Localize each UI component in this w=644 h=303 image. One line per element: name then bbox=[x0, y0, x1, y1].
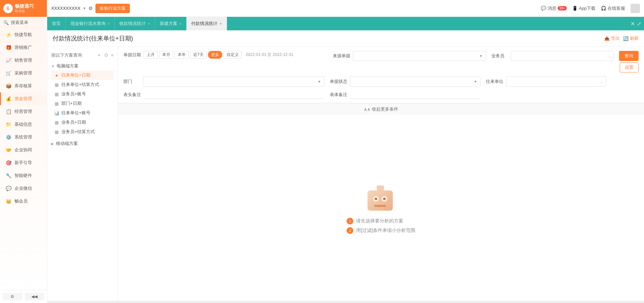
search-menu-item[interactable]: 🔍 搜索菜单 bbox=[0, 17, 47, 28]
collapse-sidebar-btn[interactable]: ◀◀ bbox=[25, 293, 45, 300]
scheme-item-staff-account[interactable]: ▦ 业务员+账号 bbox=[51, 89, 114, 99]
date-btn-custom[interactable]: 自定义 bbox=[224, 51, 242, 59]
scheme-item-staff-settle[interactable]: ▦ 业务员+结算方式 bbox=[51, 127, 114, 137]
sidebar-item-wechat[interactable]: 💬 企业微信 bbox=[0, 182, 47, 195]
sidebar-item-label-marketing: 营销推广 bbox=[14, 44, 32, 51]
tab-cash-flow[interactable]: 现金银行流水查询 × bbox=[66, 17, 115, 30]
scheme-group-desktop-header[interactable]: ▼ 电脑端方案 bbox=[51, 62, 114, 70]
empty-illustration bbox=[364, 182, 398, 212]
date-btn-7days[interactable]: 近7天 bbox=[190, 51, 207, 59]
search-menu-label: 搜索菜单 bbox=[11, 20, 28, 26]
sidebar-item-vip[interactable]: 👑 畅会员 bbox=[0, 195, 47, 208]
empty-state: 1 请先选择要分析的方案 2 用[过滤]条件来缩小分析范围 bbox=[118, 115, 644, 301]
tab-new-plan[interactable]: 新建方案 × bbox=[155, 17, 186, 30]
filter-header-remark-label: 表头备注 bbox=[123, 92, 141, 98]
scheme-item-label-unit-settle: 往来单位+结算方式 bbox=[61, 82, 99, 88]
filter-dept-select[interactable]: ▼ bbox=[143, 77, 324, 87]
tab-receivable[interactable]: 收款情况统计 × bbox=[115, 17, 155, 30]
user-avatar[interactable] bbox=[631, 4, 640, 13]
tab-home[interactable]: 首页 bbox=[47, 17, 66, 30]
filter-group-staff: 业务员 … bbox=[491, 51, 614, 61]
sidebar-item-guide[interactable]: 🎯 新手引导 bbox=[0, 156, 47, 169]
sidebar-item-inventory[interactable]: 📦 库存核算 bbox=[0, 80, 47, 92]
bill-status-dropdown-icon: ▼ bbox=[474, 80, 477, 84]
logo-icon: 6 bbox=[3, 4, 13, 13]
inventory-icon: 📦 bbox=[5, 83, 12, 89]
collapse-conditions-label: 收起更多条件 bbox=[372, 106, 398, 112]
query-btn[interactable]: 查询 bbox=[619, 51, 639, 61]
sidebar-item-quicknav[interactable]: ⚡ 快捷导航 bbox=[0, 28, 47, 41]
notifications-icon: 💬 bbox=[541, 6, 546, 11]
sidebar-item-marketing[interactable]: 🎁 营销推广 bbox=[0, 41, 47, 54]
collapse-conditions-btn[interactable]: ∧∧ 收起更多条件 bbox=[364, 106, 398, 112]
trial-btn[interactable]: 体验行业方案 bbox=[95, 4, 130, 13]
sidebar-item-basicinfo[interactable]: 📁 基础信息 bbox=[0, 118, 47, 131]
filter-group-date: 单据日期 上月 本月 本年 近7天 更多 自定义 2022-01-01 至 20… bbox=[123, 51, 327, 59]
filter-header-remark-input[interactable] bbox=[144, 91, 324, 99]
online-service-label: 在线客服 bbox=[608, 5, 625, 11]
filter-group-dept: 部门 ▼ bbox=[123, 77, 324, 87]
date-btn-this-month[interactable]: 本月 bbox=[159, 51, 173, 59]
tab-payment-stat[interactable]: 付款情况统计 × bbox=[186, 17, 227, 30]
close-all-tabs-btn[interactable]: ✕ bbox=[631, 21, 635, 27]
filter-source-select[interactable]: ▼ bbox=[353, 51, 486, 61]
tab-cash-flow-close-icon[interactable]: × bbox=[108, 22, 110, 26]
scheme-settings-icon[interactable]: ⊙ bbox=[104, 52, 108, 58]
settings-bottom-btn[interactable]: ⚙ bbox=[3, 293, 22, 300]
collapse-left-panel-btn[interactable]: « bbox=[111, 52, 114, 58]
scheme-icon-staff-settle: ▦ bbox=[54, 129, 59, 134]
tab-cash-flow-label: 现金银行流水查询 bbox=[70, 21, 106, 27]
filter-related-unit-label: 往来单位 bbox=[486, 79, 503, 85]
scheme-group-mobile-header[interactable]: ▶ 移动端方案 bbox=[51, 139, 114, 148]
tab-home-label: 首页 bbox=[52, 21, 61, 27]
page-title: 付款情况统计(往来单位+日期) bbox=[53, 34, 133, 42]
tab-receivable-close-icon[interactable]: × bbox=[148, 22, 150, 26]
date-btn-last-month[interactable]: 上月 bbox=[144, 51, 158, 59]
maximize-btn[interactable]: ⤢ bbox=[637, 21, 641, 27]
export-btn[interactable]: 📤 导出 bbox=[604, 35, 620, 41]
scheme-item-unit-settle[interactable]: ▦ 往来单位+结算方式 bbox=[51, 80, 114, 89]
collapse-bar[interactable]: ∧∧ 收起更多条件 bbox=[118, 103, 644, 115]
sidebar-item-collab[interactable]: 🤝 企业协同 bbox=[0, 144, 47, 156]
export-icon: 📤 bbox=[604, 36, 610, 41]
tab-new-plan-close-icon[interactable]: × bbox=[179, 22, 181, 26]
filter-row-3: 表头备注 表体备注 bbox=[123, 91, 639, 99]
page-content: 付款情况统计(往来单位+日期) 📤 导出 🔄 刷新 按以下方案查询 ＋ bbox=[47, 30, 644, 303]
page-header: 付款情况统计(往来单位+日期) 📤 导出 🔄 刷新 bbox=[47, 30, 644, 47]
notifications-btn[interactable]: 💬 消息 99+ bbox=[541, 5, 567, 11]
sidebar-item-purchase[interactable]: 🛒 采购管理 bbox=[0, 67, 47, 80]
filter-body-remark-input[interactable] bbox=[350, 91, 480, 99]
scheme-item-unit-date[interactable]: ● 往来单位+日期 bbox=[51, 70, 114, 80]
refresh-btn[interactable]: 🔄 刷新 bbox=[623, 35, 639, 41]
sidebar-item-label-collab: 企业协同 bbox=[14, 147, 32, 153]
scheme-icon-staff-account: ▦ bbox=[54, 92, 59, 97]
sidebar-item-sales[interactable]: 📈 销售管理 bbox=[0, 54, 47, 67]
sidebar-item-finance[interactable]: 💰 资金管理 bbox=[0, 92, 47, 105]
tab-payment-stat-close-icon[interactable]: × bbox=[219, 22, 222, 26]
scheme-item-staff-date[interactable]: ▦ 业务员+日期 bbox=[51, 118, 114, 127]
scheme-item-label-staff-date: 业务员+日期 bbox=[61, 119, 86, 125]
date-btn-more[interactable]: 更多 bbox=[208, 51, 222, 59]
filter-related-unit-select[interactable]: … bbox=[506, 77, 606, 87]
sidebar-item-operation[interactable]: 📋 经营管理 bbox=[0, 105, 47, 118]
sidebar-item-hardware[interactable]: 🔧 智能硬件 bbox=[0, 169, 47, 182]
topbar-gear-icon[interactable]: ⚙ bbox=[88, 5, 93, 11]
filter-date-label: 单据日期 bbox=[123, 52, 141, 58]
scheme-item-unit-account[interactable]: 📊 往来单位+账号 bbox=[51, 108, 114, 118]
filter-settings-btn[interactable]: 设置 bbox=[620, 62, 639, 72]
sidebar-item-system[interactable]: ⚙️ 系统管理 bbox=[0, 131, 47, 144]
app-download-btn[interactable]: 📱 App下载 bbox=[572, 5, 595, 11]
date-btn-this-year[interactable]: 本年 bbox=[175, 51, 189, 59]
sidebar-item-label-wechat: 企业微信 bbox=[14, 185, 32, 191]
filter-staff-select[interactable]: … bbox=[511, 51, 614, 61]
scheme-item-dept-date[interactable]: ▦ 部门+日期 bbox=[51, 99, 114, 108]
filter-bill-status-select[interactable]: ▼ bbox=[350, 77, 480, 87]
add-scheme-btn[interactable]: ＋ bbox=[97, 52, 101, 58]
filter-body-remark-label: 表体备注 bbox=[330, 92, 347, 98]
empty-tip-2: 2 用[过滤]条件来缩小分析范围 bbox=[347, 227, 415, 234]
scheme-active-icon: ● bbox=[54, 73, 59, 78]
online-service-btn[interactable]: 🎧 在线客服 bbox=[601, 5, 625, 11]
company-name: XXXXXXXXXX bbox=[51, 6, 81, 11]
date-range-text: 2022-01-01 至 2022-12-31 bbox=[246, 52, 293, 58]
quicknav-icon: ⚡ bbox=[5, 32, 12, 37]
